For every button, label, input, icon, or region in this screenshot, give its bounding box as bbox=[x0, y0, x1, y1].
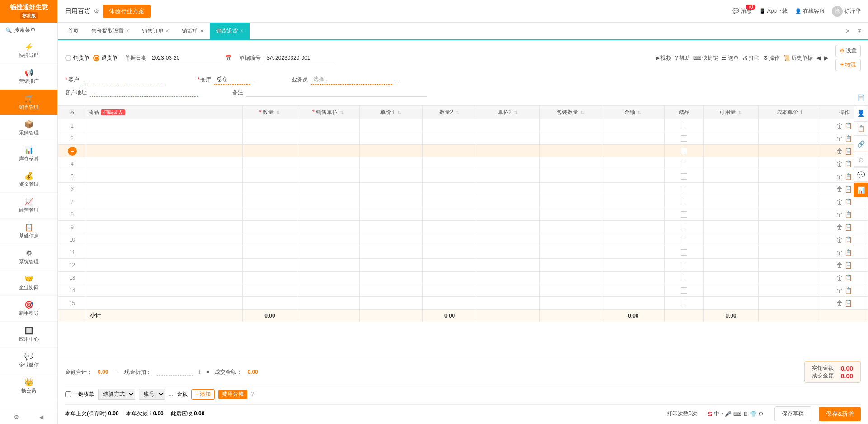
row-1-gift[interactable] bbox=[665, 119, 703, 132]
row-3-unit2[interactable] bbox=[477, 145, 539, 157]
row-7-unit2[interactable] bbox=[477, 195, 539, 208]
tab-sales-close[interactable]: ✕ bbox=[200, 29, 203, 33]
row-15-unit2[interactable] bbox=[477, 297, 539, 310]
download-btn[interactable]: 📱 App下载 bbox=[759, 7, 788, 15]
tab-price-close[interactable]: ✕ bbox=[126, 29, 129, 33]
row-11-qty2[interactable] bbox=[422, 246, 477, 259]
row-5-qty[interactable] bbox=[242, 170, 297, 183]
qty-sort-icon[interactable]: ⇅ bbox=[276, 110, 280, 115]
tab-home[interactable]: 首页 bbox=[61, 23, 85, 39]
row-12-price[interactable] bbox=[360, 259, 422, 272]
row-7-pkg[interactable] bbox=[539, 195, 602, 208]
row-10-amount[interactable] bbox=[602, 233, 665, 246]
row-15-qty2[interactable] bbox=[422, 297, 477, 310]
row-7-cost[interactable] bbox=[758, 195, 821, 208]
row-3-goods[interactable] bbox=[86, 145, 243, 157]
row-6-pkg[interactable] bbox=[539, 183, 602, 195]
tab-sales[interactable]: 销货单 ✕ bbox=[175, 23, 210, 39]
row-9-price[interactable] bbox=[360, 221, 422, 233]
row-5-unit[interactable] bbox=[297, 170, 359, 183]
qty2-sort-icon[interactable]: ⇅ bbox=[456, 110, 459, 115]
save-draft-btn[interactable]: 保存草稿 bbox=[774, 406, 811, 421]
row-15-goods[interactable] bbox=[86, 297, 243, 310]
row-8-cost[interactable] bbox=[758, 208, 821, 221]
gift-cb-13[interactable] bbox=[681, 275, 687, 281]
row-3-price[interactable] bbox=[360, 145, 422, 157]
search-menu[interactable]: 🔍 搜索菜单 bbox=[0, 23, 57, 38]
row-11-amount[interactable] bbox=[602, 246, 665, 259]
row-14-cost[interactable] bbox=[758, 284, 821, 297]
one-click-pay-label[interactable]: 一键收款 bbox=[65, 391, 94, 398]
delete-btn-5[interactable]: 🗑 bbox=[836, 173, 843, 180]
row-1-avail[interactable] bbox=[703, 119, 758, 132]
row-8-avail[interactable] bbox=[703, 208, 758, 221]
row-4-unit2[interactable] bbox=[477, 157, 539, 170]
row-9-qty2[interactable] bbox=[422, 221, 477, 233]
gift-cb-3[interactable] bbox=[681, 148, 687, 154]
row-6-unit[interactable] bbox=[297, 183, 359, 195]
row-5-qty2[interactable] bbox=[422, 170, 477, 183]
delete-btn-15[interactable]: 🗑 bbox=[836, 300, 843, 307]
row-2-unit2[interactable] bbox=[477, 132, 539, 145]
row-6-cost[interactable] bbox=[758, 183, 821, 195]
topbar-gear-icon[interactable]: ⚙ bbox=[94, 8, 99, 14]
service-btn[interactable]: 👤 在线客服 bbox=[795, 7, 825, 15]
tool-6[interactable]: 👕 bbox=[750, 411, 757, 417]
delete-btn-11[interactable]: 🗑 bbox=[836, 249, 843, 256]
settings-icon[interactable]: ⚙ bbox=[14, 414, 19, 420]
copy-btn-6[interactable]: 📋 bbox=[844, 186, 852, 193]
row-2-gift[interactable] bbox=[665, 132, 703, 145]
copy-btn-13[interactable]: 📋 bbox=[844, 274, 852, 281]
row-12-qty2[interactable] bbox=[422, 259, 477, 272]
row-11-unit[interactable] bbox=[297, 246, 359, 259]
row-2-qty2[interactable] bbox=[422, 132, 477, 145]
sidebar-item-6[interactable]: 📈经营管理 bbox=[0, 193, 57, 219]
row-5-goods[interactable] bbox=[86, 170, 243, 183]
sidebar-item-7[interactable]: 📋基础信息 bbox=[0, 219, 57, 244]
address-input[interactable]: ... bbox=[90, 88, 198, 97]
row-3-qty2[interactable] bbox=[422, 145, 477, 157]
goods-input-3[interactable] bbox=[88, 147, 241, 155]
row-1-amount[interactable] bbox=[602, 119, 665, 132]
row-12-gift[interactable] bbox=[665, 259, 703, 272]
row-1-goods[interactable] bbox=[86, 119, 243, 132]
row-2-price[interactable] bbox=[360, 132, 422, 145]
next-btn[interactable]: ▶ bbox=[824, 55, 828, 61]
scan-btn[interactable]: 扫码录入 bbox=[101, 109, 125, 115]
row-5-price[interactable] bbox=[360, 170, 422, 183]
row-15-qty[interactable] bbox=[242, 297, 297, 310]
row-1-unit2[interactable] bbox=[477, 119, 539, 132]
row-14-goods[interactable] bbox=[86, 284, 243, 297]
row-1-pkg[interactable] bbox=[539, 119, 602, 132]
copy-btn-5[interactable]: 📋 bbox=[844, 173, 852, 180]
row-11-pkg[interactable] bbox=[539, 246, 602, 259]
sidebar-item-4[interactable]: 📊库存核算 bbox=[0, 141, 57, 167]
account-select[interactable]: 账号 bbox=[139, 389, 165, 400]
logistics-btn[interactable]: + 物流 bbox=[835, 59, 861, 71]
row-8-pkg[interactable] bbox=[539, 208, 602, 221]
row-12-unit[interactable] bbox=[297, 259, 359, 272]
copy-btn-4[interactable]: 📋 bbox=[844, 160, 852, 167]
tool-5[interactable]: 🖥 bbox=[743, 411, 748, 417]
row-10-qty2[interactable] bbox=[422, 233, 477, 246]
rp-btn-7[interactable]: 📊 bbox=[854, 183, 868, 197]
row-2-amount[interactable] bbox=[602, 132, 665, 145]
row-9-goods[interactable] bbox=[86, 221, 243, 233]
row-13-goods[interactable] bbox=[86, 272, 243, 284]
radio-sales[interactable]: 销货单 bbox=[65, 54, 90, 62]
row-4-pkg[interactable] bbox=[539, 157, 602, 170]
row-11-price[interactable] bbox=[360, 246, 422, 259]
sidebar-item-8[interactable]: ⚙系统管理 bbox=[0, 244, 57, 270]
staff-input[interactable]: 选择... bbox=[311, 75, 392, 85]
row-7-qty2[interactable] bbox=[422, 195, 477, 208]
rp-btn-6[interactable]: 💬 bbox=[854, 167, 868, 182]
row-14-price[interactable] bbox=[360, 284, 422, 297]
row-4-goods[interactable] bbox=[86, 157, 243, 170]
row-8-price[interactable] bbox=[360, 208, 422, 221]
row-5-pkg[interactable] bbox=[539, 170, 602, 183]
row-10-pkg[interactable] bbox=[539, 233, 602, 246]
date-input[interactable] bbox=[149, 54, 222, 62]
row-12-goods[interactable] bbox=[86, 259, 243, 272]
row-9-pkg[interactable] bbox=[539, 221, 602, 233]
gift-cb-15[interactable] bbox=[681, 300, 687, 306]
